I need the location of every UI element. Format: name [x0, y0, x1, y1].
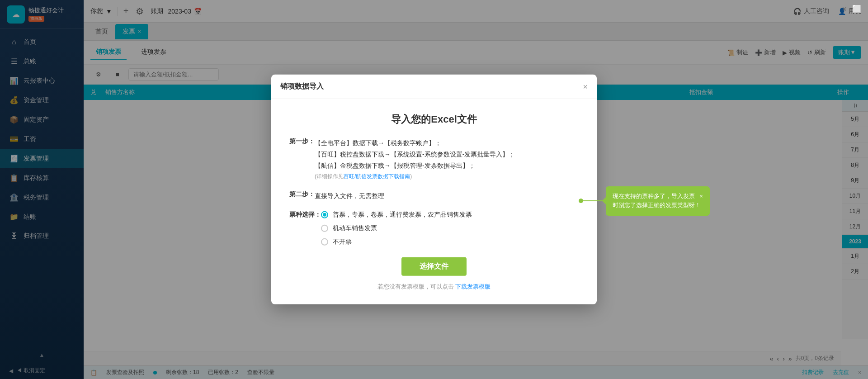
- tooltip-line: [582, 200, 606, 201]
- radio-option-1[interactable]: 普票，专票，卷票，通行费发票，农产品销售发票: [321, 211, 472, 219]
- step2-content: 直接导入文件，无需整理: [315, 190, 384, 202]
- tooltip-bubble: × 现在支持的票种多了，导入发票时别忘了选择正确的发票类型呀！: [606, 186, 710, 216]
- step2-row: 第二步： 直接导入文件，无需整理: [289, 190, 579, 202]
- step2-section: 第二步： 直接导入文件，无需整理: [289, 190, 579, 202]
- radio-label-2: 机动车销售发票: [333, 224, 377, 232]
- radio-label-3: 不开票: [333, 238, 352, 246]
- radio-option-2[interactable]: 机动车销售发票: [321, 224, 472, 232]
- step1-line-3: 【航信】金税盘数据下载→【报税管理-发票数据导出】；: [315, 160, 515, 171]
- step1-section: 第一步： 【全电平台】数据下载→【税务数字账户】； 【百旺】税控盘数据下载→【系…: [289, 137, 579, 181]
- guide-link[interactable]: 百旺/航信发票数据下载指南: [344, 173, 410, 179]
- modal-footer-note: 若您没有发票模版，可以点击 下载发票模版: [289, 283, 579, 291]
- tooltip-close-button[interactable]: ×: [699, 192, 703, 201]
- step2-label: 第二步：: [289, 190, 315, 202]
- radio-circle-1: [321, 211, 328, 218]
- ticket-label: 票种选择：: [289, 211, 321, 246]
- window-controls: × ⬜: [842, 5, 861, 14]
- tooltip-text: 现在支持的票种多了，导入发票时别忘了选择正确的发票类型呀！: [613, 193, 701, 209]
- window-close-button[interactable]: ×: [842, 5, 847, 14]
- modal-header: 销项数据导入 ×: [271, 75, 597, 99]
- radio-label-1: 普票，专票，卷票，通行费发票，农产品销售发票: [333, 211, 472, 219]
- step1-link: (详细操作见百旺/航信发票数据下载指南): [315, 171, 515, 181]
- step1-line-1: 【全电平台】数据下载→【税务数字账户】；: [315, 137, 515, 149]
- modal-main-title: 导入您的Excel文件: [289, 113, 579, 126]
- import-modal: 销项数据导入 × 导入您的Excel文件 第一步： 【全电平台】数据下载→【税务…: [271, 75, 597, 304]
- modal-title: 销项数据导入: [280, 82, 324, 91]
- step1-line-2: 【百旺】税控盘数据下载→【系统设置-系统参数设置-发票批量导入】；: [315, 149, 515, 160]
- select-file-button[interactable]: 选择文件: [401, 257, 467, 276]
- step1-row: 第一步： 【全电平台】数据下载→【税务数字账户】； 【百旺】税控盘数据下载→【系…: [289, 137, 579, 181]
- step1-label: 第一步：: [289, 137, 315, 181]
- download-template-link[interactable]: 下载发票模版: [455, 283, 491, 290]
- radio-group: 普票，专票，卷票，通行费发票，农产品销售发票 机动车销售发票 不开票: [321, 211, 472, 246]
- radio-circle-2: [321, 225, 328, 232]
- modal-close-button[interactable]: ×: [583, 82, 588, 90]
- step1-content: 【全电平台】数据下载→【税务数字账户】； 【百旺】税控盘数据下载→【系统设置-系…: [315, 137, 515, 181]
- radio-option-3[interactable]: 不开票: [321, 238, 472, 246]
- radio-circle-3: [321, 238, 328, 246]
- modal-body: 导入您的Excel文件 第一步： 【全电平台】数据下载→【税务数字账户】； 【百…: [271, 99, 597, 304]
- ticket-row: 票种选择： 普票，专票，卷票，通行费发票，农产品销售发票 机动车销售发票: [289, 211, 579, 246]
- window-maximize-button[interactable]: ⬜: [852, 5, 861, 14]
- ticket-section: 票种选择： 普票，专票，卷票，通行费发票，农产品销售发票 机动车销售发票: [289, 211, 579, 246]
